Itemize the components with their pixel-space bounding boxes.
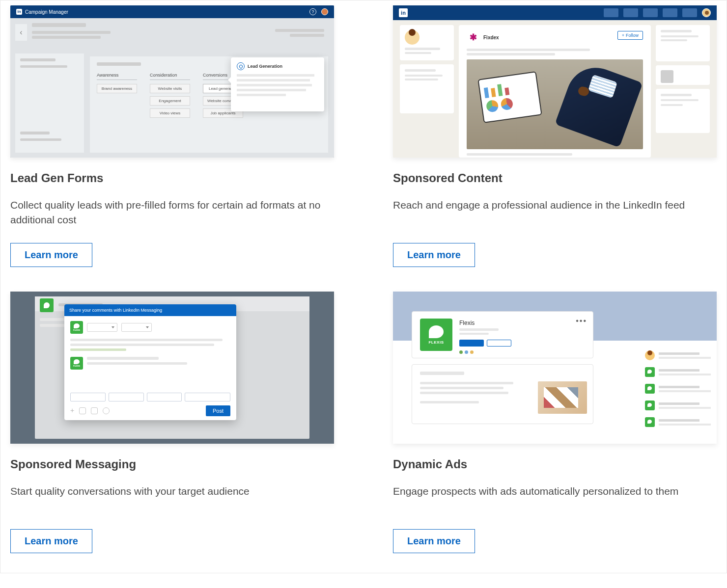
card-title: Sponsored Messaging: [10, 457, 334, 471]
linkedin-icon: in: [399, 8, 408, 17]
avatar-icon: [702, 8, 711, 17]
follower-dots: [459, 350, 474, 354]
thumb-dynamic-ads: ••• Flexis: [393, 292, 717, 444]
video-icon: [91, 407, 98, 414]
chip-engagement: Engagement: [150, 96, 190, 106]
thumb-lead-gen-forms: in Campaign Manager ? ‹: [10, 5, 334, 158]
flexis-logo-icon: [645, 417, 655, 427]
avatar-icon: [645, 350, 655, 360]
input-field: [70, 393, 106, 401]
thumb-sponsored-content: in: [393, 5, 717, 158]
card-title: Sponsored Content: [393, 171, 717, 185]
back-chevron-icon: ‹: [15, 24, 27, 41]
card-desc: Reach and engage a professional audience…: [393, 198, 717, 228]
follow-button: + Follow: [617, 31, 643, 40]
card-sponsored-content: in: [393, 5, 717, 267]
plus-icon: +: [70, 407, 74, 414]
secondary-pill: [487, 340, 511, 347]
company-name: Flexis: [459, 320, 585, 326]
flexis-logo-icon: [645, 401, 655, 410]
learn-more-button[interactable]: Learn more: [10, 243, 92, 267]
dropdown: [121, 323, 152, 332]
col-awareness-label: Awareness: [97, 73, 137, 80]
learn-more-button[interactable]: Learn more: [393, 529, 475, 553]
dialog-title: Share your comments with LinkedIn Messag…: [64, 304, 236, 316]
profile-card: [400, 25, 454, 60]
dropdown: [87, 323, 117, 332]
primary-pill: [459, 340, 484, 347]
followers-list: [645, 350, 717, 434]
post-image: [467, 59, 643, 149]
card-lead-gen-forms: in Campaign Manager ? ‹: [10, 5, 334, 267]
card-grid: in Campaign Manager ? ‹: [0, 5, 727, 553]
campaign-manager-topbar: in Campaign Manager ?: [10, 5, 334, 18]
more-icon: •••: [576, 317, 587, 325]
flexis-logo-icon: [40, 298, 54, 312]
card-title: Dynamic Ads: [393, 457, 717, 471]
learn-more-button[interactable]: Learn more: [10, 529, 92, 553]
card-sponsored-messaging: Share your comments with LinkedIn Messag…: [10, 292, 334, 553]
thumb-sponsored-messaging: Share your comments with LinkedIn Messag…: [10, 292, 334, 444]
flexis-logo-icon: [70, 321, 83, 334]
avatar-icon: [321, 8, 328, 15]
input-field: [109, 393, 144, 401]
card-image: [538, 381, 587, 414]
card-desc: Engage prospects with ads automatically …: [393, 484, 717, 514]
lead-gen-icon: [237, 62, 245, 70]
fixdex-logo-icon: ✱: [467, 31, 479, 44]
lead-generation-popup: Lead Generation: [231, 57, 324, 111]
col-consideration-label: Consideration: [150, 73, 190, 80]
feed-post: ✱ Fixdex + Follow: [459, 25, 651, 158]
input-field: [147, 393, 182, 401]
input-field: [185, 393, 230, 401]
company-card: ••• Flexis: [412, 311, 593, 358]
learn-more-button[interactable]: Learn more: [393, 243, 475, 267]
flexis-logo-icon: [70, 357, 83, 370]
flexis-logo-icon: [645, 384, 655, 394]
emoji-icon: [103, 407, 110, 414]
image-icon: [79, 407, 86, 414]
card-title: Lead Gen Forms: [10, 171, 334, 185]
linkedin-icon: in: [16, 9, 22, 15]
app-title: Campaign Manager: [25, 9, 68, 15]
messaging-dialog: Share your comments with LinkedIn Messag…: [64, 304, 236, 420]
chip-website-visits: Website visits: [150, 84, 190, 93]
chip-brand-awareness: Brand awareness: [97, 84, 137, 93]
popup-title: Lead Generation: [248, 64, 282, 69]
post-button: Post: [206, 405, 230, 416]
linkedin-feed-topbar: in: [393, 5, 717, 20]
top-nav: [604, 8, 711, 17]
chip-video-views: Video views: [150, 108, 190, 118]
card-dynamic-ads: ••• Flexis: [393, 292, 717, 553]
card-desc: Start quality conversations with your ta…: [10, 484, 334, 514]
flexis-logo-icon: [420, 319, 452, 351]
avatar-icon: [405, 30, 419, 45]
content-card: [412, 364, 593, 424]
help-icon: ?: [309, 8, 316, 15]
plus-icon: +: [622, 33, 624, 38]
card-desc: Collect quality leads with pre-filled fo…: [10, 198, 334, 228]
flexis-logo-icon: [645, 367, 655, 377]
brand-name: Fixdex: [483, 35, 499, 40]
